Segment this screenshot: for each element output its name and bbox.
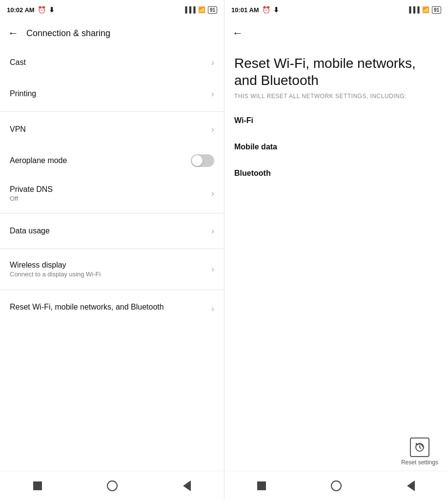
left-bottom-nav [0, 471, 224, 500]
settings-item-private-dns[interactable]: Private DNS Off › [0, 176, 224, 211]
right-back-button[interactable]: ← [232, 27, 243, 40]
reset-item-mobile-data: Mobile data [224, 134, 448, 160]
right-content: Reset Wi-Fi, mobile networks, and Blueto… [224, 47, 448, 471]
printing-title: Printing [10, 89, 36, 98]
cast-chevron-icon: › [211, 58, 214, 68]
left-status-bar: 10:02 AM ⏰ ⬇ ▐▐▐ 📶 91 [0, 0, 224, 20]
settings-item-data-usage[interactable]: Data usage › [0, 215, 224, 247]
toggle-thumb [192, 155, 203, 166]
divider-2 [0, 213, 224, 213]
settings-item-printing[interactable]: Printing › [0, 78, 224, 109]
back-icon [183, 480, 191, 491]
data-usage-title: Data usage [10, 227, 50, 235]
reset-settings-button[interactable]: Reset settings [401, 438, 438, 466]
battery-badge: 91 [208, 6, 217, 14]
right-home-button[interactable] [326, 476, 346, 496]
left-content: Cast › Printing › VPN › Aeroplane mode [0, 47, 224, 471]
reset-wifi-chevron-icon: › [211, 304, 214, 314]
reset-page-title: Reset Wi-Fi, mobile networks, and Blueto… [224, 47, 448, 93]
alarm-icon: ⏰ [38, 6, 46, 14]
printing-chevron-icon: › [211, 89, 214, 99]
reset-item-wifi: Wi-Fi [224, 107, 448, 134]
right-top-bar: ← [224, 20, 448, 47]
divider-4 [0, 290, 224, 290]
private-dns-chevron-icon: › [211, 188, 214, 199]
recent-icon [33, 481, 42, 490]
left-top-bar: ← Connection & sharing [0, 20, 224, 47]
right-recent-icon [257, 481, 266, 490]
right-status-left: 10:01 AM ⏰ ⬇ [231, 6, 279, 14]
divider-1 [0, 111, 224, 112]
reset-wifi-title: Reset Wi-Fi, mobile networks, and Blueto… [10, 303, 205, 312]
left-panel: 10:02 AM ⏰ ⬇ ▐▐▐ 📶 91 ← Connection & sha… [0, 0, 224, 500]
left-time: 10:02 AM [7, 6, 35, 14]
right-alarm-icon: ⏰ [262, 6, 270, 14]
right-back-nav-button[interactable] [401, 476, 421, 496]
right-signal-icon: ▐▐▐ [407, 6, 420, 13]
settings-item-aeroplane[interactable]: Aeroplane mode [0, 145, 224, 176]
home-icon [107, 480, 118, 491]
settings-item-cast[interactable]: Cast › [0, 47, 224, 78]
right-back-icon [407, 480, 415, 491]
settings-item-wireless-display[interactable]: Wireless display Connect to a display us… [0, 251, 224, 288]
right-bottom-nav [224, 471, 448, 500]
right-recent-button[interactable] [252, 476, 271, 496]
vpn-title: VPN [10, 125, 26, 134]
download-icon: ⬇ [49, 6, 55, 14]
reset-item-bluetooth: Bluetooth [224, 160, 448, 187]
wireless-display-subtitle: Connect to a display using Wi-Fi [10, 271, 101, 278]
left-status-right: ▐▐▐ 📶 91 [183, 6, 217, 14]
right-status-bar: 10:01 AM ⏰ ⬇ ▐▐▐ 📶 91 [224, 0, 448, 20]
private-dns-subtitle: Off [10, 195, 53, 202]
right-time: 10:01 AM [231, 6, 259, 14]
left-title: Connection & sharing [26, 28, 110, 39]
right-status-right: ▐▐▐ 📶 91 [407, 6, 441, 14]
right-home-icon [331, 480, 342, 491]
right-download-icon: ⬇ [273, 6, 279, 14]
left-home-button[interactable] [102, 476, 122, 496]
reset-settings-icon [410, 438, 429, 457]
reset-settings-label: Reset settings [401, 459, 438, 466]
vpn-chevron-icon: › [211, 125, 214, 135]
private-dns-title: Private DNS [10, 185, 53, 194]
left-recent-button[interactable] [28, 476, 47, 496]
aeroplane-toggle[interactable] [191, 154, 214, 167]
divider-3 [0, 249, 224, 249]
wireless-display-chevron-icon: › [211, 264, 214, 274]
reset-page-subtitle: THIS WILL RESET ALL NETWORK SETTINGS, IN… [224, 93, 448, 107]
settings-item-vpn[interactable]: VPN › [0, 114, 224, 145]
left-back-button[interactable]: ← [8, 27, 19, 40]
wifi-icon: 📶 [198, 6, 205, 13]
settings-item-reset-wifi[interactable]: Reset Wi-Fi, mobile networks, and Blueto… [0, 292, 224, 331]
data-usage-chevron-icon: › [211, 226, 214, 236]
left-back-nav-button[interactable] [177, 476, 197, 496]
aeroplane-title: Aeroplane mode [10, 156, 67, 165]
signal-icon: ▐▐▐ [183, 6, 196, 13]
left-status-left: 10:02 AM ⏰ ⬇ [7, 6, 55, 14]
wireless-display-title: Wireless display [10, 261, 101, 270]
right-panel: 10:01 AM ⏰ ⬇ ▐▐▐ 📶 91 ← Reset Wi-Fi, mob… [224, 0, 448, 500]
cast-title: Cast [10, 58, 26, 67]
right-battery-badge: 91 [432, 6, 441, 14]
right-wifi-icon: 📶 [422, 6, 429, 13]
